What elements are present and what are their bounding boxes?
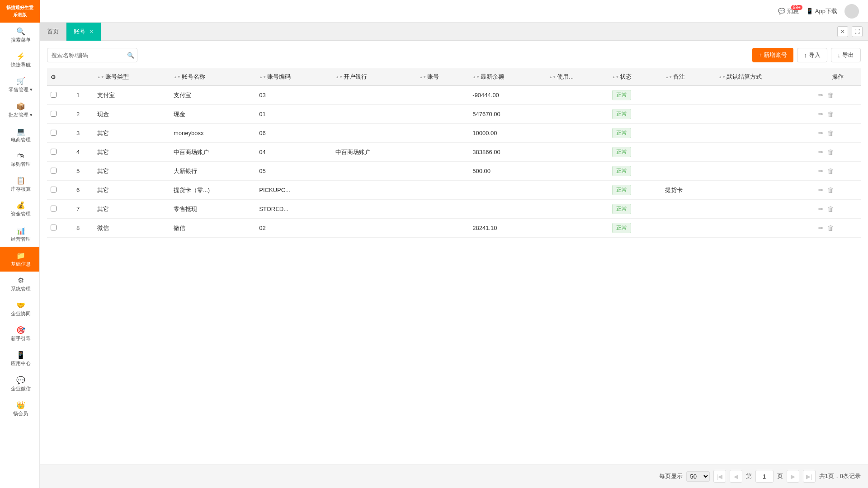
- cell-usage: [545, 219, 608, 238]
- sort-icon-usage[interactable]: ▲▼: [549, 75, 556, 79]
- last-page-btn[interactable]: ▶|: [803, 470, 816, 483]
- tab-accounts[interactable]: 账号✕: [66, 23, 101, 41]
- edit-icon[interactable]: ✏: [818, 167, 824, 175]
- sidebar-item-label: 畅会员: [13, 411, 28, 417]
- row-index: 6: [76, 187, 80, 193]
- sort-icon-status[interactable]: ▲▼: [612, 75, 619, 79]
- row-checkbox-7[interactable]: [51, 225, 57, 230]
- page-size-select[interactable]: 50 100 200: [686, 471, 710, 482]
- row-checkbox-3[interactable]: [51, 149, 57, 155]
- toolbar-right: + 新增账号 ↑ 导入 ↓ 导出: [752, 48, 861, 62]
- sidebar-item-ecommerce-mgmt[interactable]: 💻 电商管理: [0, 122, 39, 147]
- message-btn[interactable]: 💬 消息 99+: [778, 7, 799, 15]
- col-header-settlement[interactable]: ▲▼默认结算方式: [715, 68, 814, 86]
- cell-status: 正常: [609, 86, 662, 105]
- delete-icon[interactable]: 🗑: [827, 167, 834, 175]
- col-header-bank[interactable]: ▲▼开户银行: [332, 68, 415, 86]
- tab-fullscreen-btn[interactable]: ⛶: [852, 26, 863, 37]
- avatar[interactable]: [844, 4, 859, 19]
- delete-icon[interactable]: 🗑: [827, 129, 834, 137]
- sidebar-item-quick-nav[interactable]: ⚡ 快捷导航: [0, 47, 39, 72]
- sidebar-item-finance-mgmt[interactable]: 💰 资金管理: [0, 197, 39, 221]
- app-download-label: App下载: [815, 7, 837, 15]
- app-download-btn[interactable]: 📱 App下载: [806, 7, 837, 15]
- delete-icon[interactable]: 🗑: [827, 110, 834, 118]
- col-header-status[interactable]: ▲▼状态: [609, 68, 662, 86]
- sort-icon-balance[interactable]: ▲▼: [472, 75, 480, 79]
- status-badge: 正常: [612, 166, 631, 176]
- search-input[interactable]: [51, 52, 127, 59]
- col-header-balance[interactable]: ▲▼最新余额: [469, 68, 545, 86]
- cell-notes: [661, 124, 715, 143]
- sort-icon-notes[interactable]: ▲▼: [665, 75, 672, 79]
- row-checkbox-2[interactable]: [51, 130, 57, 136]
- tab-close-all-btn[interactable]: ✕: [837, 26, 848, 37]
- sidebar-item-operations-mgmt[interactable]: 📊 经营管理: [0, 222, 39, 247]
- row-checkbox-4[interactable]: [51, 168, 57, 174]
- column-settings-icon[interactable]: ⚙: [51, 74, 56, 80]
- search-icon[interactable]: 🔍: [127, 52, 134, 59]
- delete-icon[interactable]: 🗑: [827, 205, 834, 213]
- cell-balance: 28241.10: [469, 219, 545, 238]
- sidebar-item-enterprise-wechat[interactable]: 💬 企业微信: [0, 371, 39, 396]
- edit-icon[interactable]: ✏: [818, 110, 824, 118]
- sidebar-item-enterprise-agreement[interactable]: 🤝 企业协同: [0, 296, 39, 321]
- sidebar-item-retail-mgmt[interactable]: 🛒 零售管理 ▾: [0, 72, 39, 97]
- edit-icon[interactable]: ✏: [818, 129, 824, 137]
- page-input[interactable]: [755, 470, 774, 483]
- import-button[interactable]: ↑ 导入: [797, 48, 827, 62]
- row-balance: 10000.00: [472, 130, 497, 136]
- next-page-btn[interactable]: ▶: [787, 470, 799, 483]
- delete-icon[interactable]: 🗑: [827, 148, 834, 156]
- export-button[interactable]: ↓ 导出: [831, 48, 861, 62]
- search-box[interactable]: 🔍: [47, 48, 137, 62]
- delete-icon[interactable]: 🗑: [827, 91, 834, 99]
- sidebar-item-new-guide[interactable]: 🎯 新手引导: [0, 321, 39, 346]
- row-checkbox-5[interactable]: [51, 187, 57, 192]
- sort-icon-type[interactable]: ▲▼: [97, 75, 104, 79]
- logo-line2: 乐惠版: [13, 12, 27, 18]
- cell-name: 大新银行: [170, 162, 255, 181]
- row-balance: 383866.00: [472, 149, 500, 155]
- sidebar-item-vip-member[interactable]: 👑 畅会员: [0, 396, 39, 421]
- cell-balance: [469, 181, 545, 200]
- edit-icon[interactable]: ✏: [818, 205, 824, 213]
- cell-name: 零售抵现: [170, 200, 255, 219]
- sidebar-item-app-center[interactable]: 📱 应用中心: [0, 346, 39, 371]
- sidebar-item-label: 企业微信: [11, 386, 31, 392]
- tab-close-accounts[interactable]: ✕: [89, 28, 94, 35]
- sort-icon-settlement[interactable]: ▲▼: [718, 75, 726, 79]
- col-header-usage[interactable]: ▲▼使用...: [545, 68, 608, 86]
- edit-icon[interactable]: ✏: [818, 91, 824, 99]
- row-checkbox-0[interactable]: [51, 92, 57, 98]
- row-checkbox-6[interactable]: [51, 206, 57, 211]
- edit-icon[interactable]: ✏: [818, 186, 824, 194]
- sort-icon-bank[interactable]: ▲▼: [335, 75, 343, 79]
- sidebar-item-label: 搜索菜单: [11, 37, 31, 43]
- col-header-account[interactable]: ▲▼账号: [415, 68, 469, 86]
- col-header-notes[interactable]: ▲▼备注: [661, 68, 715, 86]
- col-header-name[interactable]: ▲▼账号名称: [170, 68, 255, 86]
- edit-icon[interactable]: ✏: [818, 148, 824, 156]
- col-header-code[interactable]: ▲▼账号编码: [255, 68, 332, 86]
- sort-icon-account[interactable]: ▲▼: [419, 75, 426, 79]
- delete-icon[interactable]: 🗑: [827, 224, 834, 232]
- sidebar-item-inventory[interactable]: 📋 库存核算: [0, 172, 39, 197]
- col-header-type[interactable]: ▲▼账号类型: [94, 68, 170, 86]
- prev-page-btn[interactable]: ◀: [730, 470, 742, 483]
- sidebar-item-purchase-mgmt[interactable]: 🛍 采购管理: [0, 147, 39, 172]
- sidebar-item-basic-info[interactable]: 📁 基础信息: [0, 247, 39, 272]
- edit-icon[interactable]: ✏: [818, 224, 824, 232]
- first-page-btn[interactable]: |◀: [713, 470, 726, 483]
- sidebar-item-system-mgmt[interactable]: ⚙ 系统管理: [0, 272, 39, 296]
- row-checkbox-1[interactable]: [51, 111, 57, 117]
- sort-icon-name[interactable]: ▲▼: [174, 75, 181, 79]
- sidebar-item-label: 采购管理: [11, 161, 31, 167]
- cell-settlement: [715, 200, 814, 219]
- tab-home[interactable]: 首页: [40, 23, 66, 41]
- sidebar-item-wholesale-mgmt[interactable]: 📦 批发管理 ▾: [0, 98, 39, 122]
- sidebar-item-search-menu[interactable]: 🔍 搜索菜单: [0, 23, 39, 47]
- add-account-button[interactable]: + 新增账号: [752, 48, 793, 62]
- delete-icon[interactable]: 🗑: [827, 186, 834, 194]
- sort-icon-code[interactable]: ▲▼: [259, 75, 266, 79]
